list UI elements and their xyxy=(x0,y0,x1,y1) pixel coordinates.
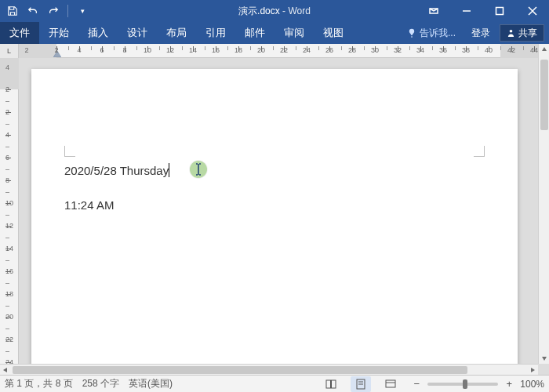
vertical-ruler[interactable]: 4224681012141618202224 xyxy=(0,58,19,364)
tab-mailings[interactable]: 邮件 xyxy=(235,22,274,44)
tab-review[interactable]: 审阅 xyxy=(274,22,314,44)
qat-customize-icon[interactable]: ▾ xyxy=(75,3,90,19)
svg-marker-6 xyxy=(3,368,7,372)
zoom-percent[interactable]: 100% xyxy=(520,379,544,390)
horizontal-ruler[interactable]: L 22468101214161820222426283032343638404… xyxy=(0,44,538,58)
svg-rect-13 xyxy=(386,380,395,387)
undo-icon[interactable] xyxy=(25,3,41,19)
qat-separator xyxy=(67,5,68,17)
signin-link[interactable]: 登录 xyxy=(465,27,496,40)
document-name: 演示.docx xyxy=(238,5,280,16)
tell-me-search[interactable]: 告诉我... xyxy=(401,27,462,40)
ribbon-tabs: 文件 开始 插入 设计 布局 引用 邮件 审阅 视图 告诉我... 登录 共享 xyxy=(0,22,549,44)
zoom-in-button[interactable]: + xyxy=(503,378,515,390)
zoom-out-button[interactable]: − xyxy=(410,378,423,390)
view-web-layout-icon[interactable] xyxy=(380,376,401,392)
svg-rect-8 xyxy=(326,380,331,388)
horizontal-scrollbar[interactable] xyxy=(0,364,538,375)
ibeam-cursor-icon xyxy=(190,161,207,178)
text-caret xyxy=(169,163,169,177)
svg-marker-5 xyxy=(542,357,547,361)
tab-insert[interactable]: 插入 xyxy=(78,22,118,44)
scroll-thumb[interactable] xyxy=(540,60,548,130)
zoom-slider[interactable] xyxy=(427,383,498,386)
margin-corner-tr xyxy=(474,146,485,157)
svg-marker-7 xyxy=(531,368,535,372)
zoom-slider-knob[interactable] xyxy=(463,379,467,389)
vertical-scrollbar[interactable] xyxy=(538,44,549,364)
close-icon[interactable] xyxy=(516,0,549,22)
share-label: 共享 xyxy=(518,27,537,40)
redo-icon[interactable] xyxy=(45,3,61,19)
status-language[interactable]: 英语(美国) xyxy=(129,377,173,390)
tab-references[interactable]: 引用 xyxy=(196,22,235,44)
quick-access-toolbar: ▾ xyxy=(0,3,90,19)
share-button[interactable]: 共享 xyxy=(500,24,544,42)
tab-home[interactable]: 开始 xyxy=(39,22,78,44)
window-controls xyxy=(417,0,549,22)
text-line-1: 2020/5/28 Thursday xyxy=(64,164,169,177)
app-name: - Word xyxy=(280,5,311,16)
title-bar: ▾ 演示.docx - Word xyxy=(0,0,549,22)
ribbon-display-options-icon[interactable] xyxy=(417,0,450,22)
scroll-down-icon[interactable] xyxy=(539,353,549,364)
svg-point-2 xyxy=(510,29,513,32)
status-page[interactable]: 第 1 页，共 8 页 xyxy=(5,377,73,390)
scroll-right-icon[interactable] xyxy=(527,365,538,376)
page-content[interactable]: 2020/5/28 Thursday 11:24 AM xyxy=(64,163,485,212)
tab-file[interactable]: 文件 xyxy=(0,22,39,44)
svg-rect-9 xyxy=(332,380,336,388)
svg-marker-4 xyxy=(542,47,547,51)
tab-layout[interactable]: 布局 xyxy=(157,22,196,44)
hscroll-thumb[interactable] xyxy=(13,366,467,374)
status-wordcount[interactable]: 258 个字 xyxy=(82,377,119,390)
view-print-layout-icon[interactable] xyxy=(351,376,371,392)
svg-rect-1 xyxy=(496,8,504,15)
scroll-left-icon[interactable] xyxy=(0,365,11,376)
tab-design[interactable]: 设计 xyxy=(118,22,157,44)
margin-corner-tl xyxy=(64,146,75,157)
minimize-icon[interactable] xyxy=(450,0,483,22)
document-area[interactable]: 2020/5/28 Thursday 11:24 AM xyxy=(19,58,538,364)
tab-selector[interactable]: L xyxy=(0,44,19,58)
zoom-control: − + 100% xyxy=(410,378,544,390)
text-line-2: 11:24 AM xyxy=(64,198,114,212)
save-icon[interactable] xyxy=(5,3,20,19)
view-read-mode-icon[interactable] xyxy=(321,376,341,392)
status-bar: 第 1 页，共 8 页 258 个字 英语(美国) − + 100% xyxy=(0,375,549,392)
tab-view[interactable]: 视图 xyxy=(314,22,353,44)
maximize-icon[interactable] xyxy=(483,0,516,22)
page[interactable]: 2020/5/28 Thursday 11:24 AM xyxy=(31,69,518,364)
tell-me-placeholder: 告诉我... xyxy=(420,27,456,40)
scroll-up-icon[interactable] xyxy=(539,44,549,55)
